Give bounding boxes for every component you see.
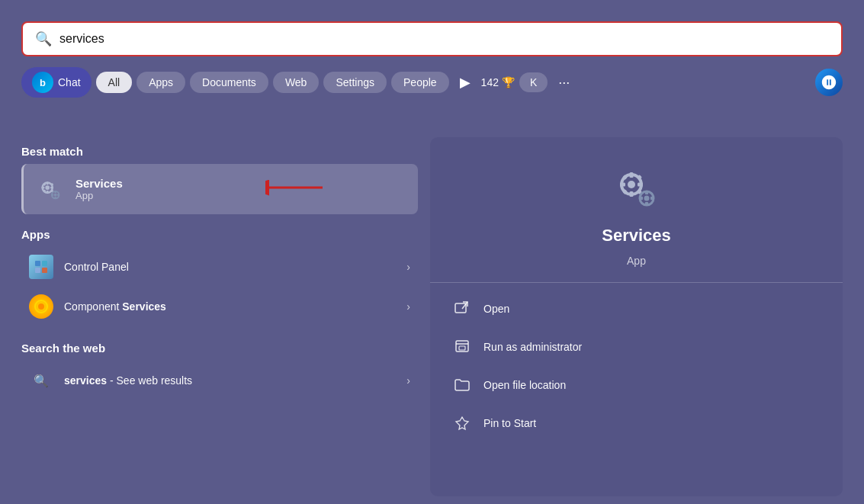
svg-rect-44 — [459, 346, 465, 350]
tab-k[interactable]: K — [519, 72, 548, 92]
svg-rect-14 — [51, 194, 53, 195]
control-panel-icon — [29, 255, 53, 279]
svg-rect-36 — [644, 191, 647, 194]
tab-web[interactable]: Web — [273, 72, 320, 93]
tabs-row: b Chat All Apps Documents Web Settings P… — [21, 67, 843, 98]
right-panel-actions: Open Run as administrator — [430, 283, 843, 449]
web-search-icon: 🔍 — [29, 368, 53, 393]
search-input[interactable] — [59, 32, 829, 46]
folder-icon — [451, 374, 473, 396]
control-panel-label: Control Panel — [64, 261, 396, 273]
svg-rect-27 — [629, 191, 633, 197]
services-icon — [36, 175, 65, 204]
tab-settings-label: Settings — [336, 76, 374, 88]
bing-avatar[interactable] — [815, 69, 843, 96]
tab-more-button[interactable]: ▶ — [454, 71, 477, 94]
action-open[interactable]: Open — [445, 291, 827, 327]
svg-rect-3 — [47, 191, 49, 194]
list-item-control-panel[interactable]: Control Panel › — [21, 247, 418, 287]
search-icon: 🔍 — [35, 30, 52, 47]
right-panel-title: Services — [602, 226, 671, 246]
svg-point-35 — [644, 196, 649, 201]
svg-rect-28 — [620, 183, 625, 187]
svg-rect-2 — [47, 182, 49, 185]
red-arrow-indicator — [265, 176, 326, 202]
action-run-admin[interactable]: Run as administrator — [445, 329, 827, 365]
right-panel-app-icon — [610, 160, 663, 217]
best-match-name: Services — [75, 177, 123, 190]
web-search-item[interactable]: 🔍 services - See web results › — [21, 361, 418, 400]
component-services-chevron: › — [406, 300, 410, 313]
tab-settings[interactable]: Settings — [323, 72, 387, 93]
best-match-type: App — [75, 190, 123, 201]
svg-rect-5 — [50, 187, 53, 189]
web-search-text: services - See web results — [64, 374, 396, 387]
best-match-item[interactable]: Services App — [21, 164, 418, 214]
tab-chat[interactable]: b Chat — [21, 67, 92, 98]
search-web-section: Search the web 🔍 services - See web resu… — [21, 334, 418, 400]
search-web-label: Search the web — [21, 334, 418, 361]
svg-rect-15 — [57, 194, 59, 195]
tab-count: 142 🏆 — [481, 76, 515, 88]
action-pin-label: Pin to Start — [483, 417, 536, 429]
tab-apps-label: Apps — [149, 76, 173, 88]
action-file-label: Open file location — [483, 379, 566, 391]
svg-rect-37 — [644, 202, 647, 206]
tab-k-label: K — [530, 76, 537, 88]
action-admin-label: Run as administrator — [483, 341, 582, 353]
svg-rect-39 — [650, 197, 654, 200]
search-container: 🔍 b Chat All Apps Documents Web Settings — [21, 21, 843, 98]
svg-point-23 — [38, 303, 44, 310]
tab-apps[interactable]: Apps — [137, 72, 185, 93]
svg-point-1 — [45, 185, 50, 190]
tab-count-number: 142 — [481, 76, 499, 88]
svg-rect-26 — [629, 172, 633, 178]
svg-rect-20 — [35, 268, 40, 273]
component-services-icon — [29, 294, 53, 319]
svg-rect-21 — [42, 268, 47, 273]
tab-documents-label: Documents — [202, 76, 256, 88]
left-panel: Best match — [21, 137, 418, 496]
svg-rect-18 — [35, 261, 40, 266]
open-icon — [451, 298, 473, 319]
apps-section-label: Apps — [21, 220, 418, 247]
tab-documents[interactable]: Documents — [190, 72, 268, 93]
best-match-app-info: Services App — [75, 177, 123, 201]
best-match-label: Best match — [21, 137, 418, 164]
component-services-label: Component Services — [64, 300, 396, 313]
tab-people[interactable]: People — [391, 72, 449, 93]
svg-rect-12 — [55, 191, 56, 193]
bing-chat-icon: b — [32, 72, 53, 93]
right-panel: Services App Open — [430, 137, 843, 496]
main-area: Best match — [21, 137, 843, 496]
svg-rect-4 — [42, 187, 45, 189]
action-open-label: Open — [483, 303, 509, 315]
right-panel-top: Services App — [430, 137, 843, 282]
action-file-location[interactable]: Open file location — [445, 367, 827, 403]
tab-all-label: All — [108, 76, 120, 88]
svg-rect-40 — [455, 303, 466, 313]
svg-rect-19 — [42, 261, 47, 266]
admin-icon — [451, 336, 473, 358]
web-search-chevron: › — [406, 374, 410, 387]
search-bar: 🔍 — [21, 21, 843, 56]
tab-people-label: People — [403, 76, 437, 88]
tab-all[interactable]: All — [96, 72, 133, 93]
pin-icon — [451, 413, 473, 434]
trophy-icon: 🏆 — [502, 76, 515, 88]
tab-more-dots[interactable]: ··· — [552, 72, 576, 94]
svg-point-11 — [54, 194, 57, 197]
control-panel-chevron: › — [406, 261, 410, 273]
tab-web-label: Web — [285, 76, 307, 88]
tab-chat-label: Chat — [58, 76, 81, 88]
apps-section: Apps Control Panel › — [21, 220, 418, 326]
svg-point-25 — [628, 181, 635, 188]
right-panel-subtitle: App — [627, 255, 646, 267]
svg-rect-29 — [638, 183, 643, 187]
list-item-component-services[interactable]: Component Services › — [21, 287, 418, 326]
svg-rect-13 — [55, 197, 56, 199]
svg-rect-38 — [639, 197, 643, 200]
action-pin-start[interactable]: Pin to Start — [445, 405, 827, 441]
